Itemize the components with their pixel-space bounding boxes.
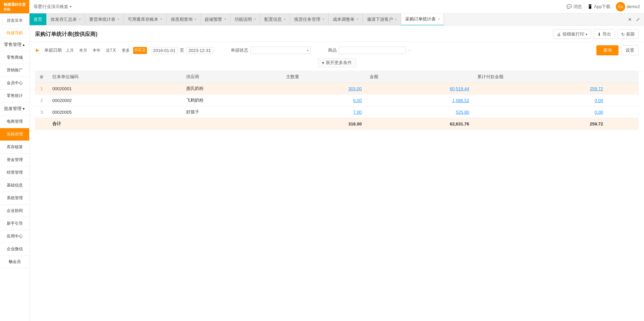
- th-amount: 金额: [366, 71, 473, 83]
- message-icon: 💬: [567, 4, 572, 9]
- row-3-paid[interactable]: 0.00: [473, 106, 607, 118]
- print-icon: 🖨: [557, 32, 561, 37]
- tab-receive-send[interactable]: 收发存汇总表 ×: [47, 13, 85, 25]
- row-1-supplier: 惠氏奶粉: [182, 83, 282, 95]
- tab-invite-customer-close[interactable]: ×: [395, 17, 397, 21]
- sidebar: 畅捷通好生意 标版 搜索菜单 快捷导航 零售管理 ▲ 零售商城 营销推广 会员中…: [0, 0, 30, 321]
- goods-more-icon[interactable]: ···: [408, 48, 411, 53]
- shortcut-7days[interactable]: 近7天: [104, 47, 118, 54]
- row-2-paid[interactable]: 0.00: [473, 95, 607, 106]
- sidebar-item-wholesale[interactable]: 批发管理 ▼: [0, 102, 29, 115]
- sidebar-item-newbie[interactable]: 新手引导: [0, 217, 29, 230]
- row-1-quantity[interactable]: 303.00: [282, 83, 366, 95]
- shortcut-this-year[interactable]: 本年: [91, 47, 103, 54]
- message-label: 消息: [573, 4, 582, 10]
- refresh-button[interactable]: ↻ 刷新: [618, 30, 639, 39]
- message-button[interactable]: 💬 消息: [567, 4, 582, 10]
- expand-more-button[interactable]: ▾ 展开更多条件: [318, 58, 356, 67]
- filter-expand-arrow[interactable]: ►: [35, 47, 40, 53]
- row-2-quantity[interactable]: 6.00: [282, 95, 366, 106]
- shortcut-this-month[interactable]: 本月: [77, 47, 89, 54]
- sidebar-item-app-center[interactable]: 应用中心: [0, 230, 29, 243]
- goods-input[interactable]: [339, 47, 406, 54]
- tab-purchase-stat[interactable]: 采购订单统计表 ×: [401, 13, 444, 25]
- tab-config-info-close[interactable]: ×: [284, 17, 286, 21]
- top-header-left: 母婴行业演示账套 ▾: [34, 4, 71, 10]
- tab-function-desc-close[interactable]: ×: [254, 17, 256, 21]
- maximize-tab-button[interactable]: ⤢: [635, 16, 641, 23]
- tab-home[interactable]: 首页: [30, 13, 47, 25]
- footer-paid: 259.72: [473, 118, 607, 130]
- tab-config-info[interactable]: 配置信息 ×: [260, 13, 290, 25]
- tab-warranty-close[interactable]: ×: [195, 17, 197, 21]
- tab-invite-customer-label: 邀请下游客户: [367, 16, 393, 22]
- top-header: 母婴行业演示账套 ▾ 💬 消息 📱 App下载 Ea demo2: [30, 0, 644, 13]
- status-select[interactable]: [250, 47, 311, 54]
- query-button[interactable]: 查询: [596, 45, 619, 55]
- close-tab-button[interactable]: ✕: [627, 16, 633, 23]
- tab-requisition[interactable]: 要货单统计表 ×: [85, 13, 124, 25]
- sidebar-item-finance[interactable]: 资金管理: [0, 154, 29, 166]
- date-range-from[interactable]: 2016-01-01: [151, 47, 178, 54]
- sidebar-item-system[interactable]: 系统管理: [0, 192, 29, 205]
- sidebar-item-membership[interactable]: 畅会员: [0, 256, 29, 268]
- settings-button[interactable]: 设置: [621, 45, 639, 55]
- workspace-selector[interactable]: 母婴行业演示账套 ▾: [34, 4, 71, 10]
- app-download-label: App下载: [594, 4, 610, 10]
- tab-available-stock[interactable]: 可用量库存账本 ×: [124, 13, 167, 25]
- settings-cog-icon[interactable]: ⚙: [40, 74, 44, 79]
- sidebar-item-marketing[interactable]: 营销推广: [0, 64, 29, 77]
- row-3-amount[interactable]: 525.80: [366, 106, 473, 118]
- tab-overstock-close[interactable]: ×: [224, 17, 226, 21]
- tab-available-stock-close[interactable]: ×: [160, 17, 162, 21]
- sidebar-item-purchase[interactable]: 采购管理: [0, 128, 29, 141]
- template-print-button[interactable]: 🖨 按模板打印 ▾: [553, 30, 591, 39]
- table-row[interactable]: 2 00020002 飞鹤奶粉 6.00 1,586.52 0.00: [35, 95, 639, 106]
- sidebar-item-retail-stat[interactable]: 零售统计: [0, 90, 29, 102]
- sidebar-item-inventory[interactable]: 库存核算: [0, 141, 29, 154]
- table-row[interactable]: 3 00020005 好孩子 7.00 525.80 0.00: [35, 106, 639, 118]
- sidebar-item-collab[interactable]: 企业协同: [0, 205, 29, 217]
- workspace-label: 母婴行业演示账套: [34, 4, 68, 10]
- tab-function-desc[interactable]: 功能说明 ×: [230, 13, 260, 25]
- shortcut-more[interactable]: 更多: [120, 47, 132, 54]
- row-3-index: 3: [35, 106, 48, 118]
- sidebar-item-wechat-biz[interactable]: 企业微信: [0, 243, 29, 256]
- quick-nav-button[interactable]: 快捷导航: [0, 28, 29, 38]
- tab-overstock[interactable]: 超储预警 ×: [201, 13, 230, 25]
- app-download-button[interactable]: 📱 App下载: [587, 4, 610, 10]
- user-avatar-area[interactable]: Ea demo2: [616, 2, 640, 11]
- export-button[interactable]: ⬇ 导出: [594, 30, 615, 39]
- username-label: demo2: [627, 4, 640, 9]
- expand-more-label: 展开更多条件: [326, 60, 352, 66]
- tab-receive-send-close[interactable]: ×: [79, 17, 81, 21]
- table-row[interactable]: 1 00020001 惠氏奶粉 303.00 60,519.44 259.72: [35, 83, 639, 95]
- tab-invite-customer[interactable]: 邀请下游客户 ×: [363, 13, 401, 25]
- tab-purchase-stat-close[interactable]: ×: [438, 17, 440, 21]
- sidebar-item-basic[interactable]: 基础信息: [0, 179, 29, 192]
- sidebar-item-retail-shop[interactable]: 零售商城: [0, 51, 29, 64]
- tab-cost-adjust[interactable]: 成本调整单 ×: [329, 13, 363, 25]
- row-3-extra: [607, 106, 639, 118]
- tab-requisition-close[interactable]: ×: [117, 17, 119, 21]
- row-2-amount[interactable]: 1,586.52: [366, 95, 473, 106]
- sidebar-item-retail[interactable]: 零售管理 ▲: [0, 38, 29, 51]
- row-3-quantity[interactable]: 7.00: [282, 106, 366, 118]
- search-menu-button[interactable]: 搜索菜单: [2, 16, 27, 25]
- row-1-code: 00020001: [48, 83, 182, 95]
- sidebar-item-ops[interactable]: 经营管理: [0, 166, 29, 179]
- date-range-to[interactable]: 2023-12-31: [186, 47, 213, 54]
- row-1-amount[interactable]: 60,519.44: [366, 83, 473, 95]
- page-title: 采购订单统计表(按供应商): [35, 31, 98, 38]
- date-range-separator: 至: [180, 47, 184, 53]
- sidebar-item-member[interactable]: 会员中心: [0, 77, 29, 90]
- status-label: 单据状态: [231, 47, 248, 53]
- tab-picking-task[interactable]: 拣货任务管理 ×: [290, 13, 329, 25]
- sidebar-item-ecommerce[interactable]: 电商管理: [0, 115, 29, 128]
- sidebar-menu: 零售管理 ▲ 零售商城 营销推广 会员中心 零售统计 批发管理 ▼ 电商管理 采…: [0, 38, 29, 321]
- tab-cost-adjust-close[interactable]: ×: [357, 17, 359, 21]
- shortcut-last-month[interactable]: 上月: [64, 47, 76, 54]
- tab-warranty[interactable]: 保质期查询 ×: [167, 13, 201, 25]
- row-1-paid[interactable]: 259.72: [473, 83, 607, 95]
- tab-picking-task-close[interactable]: ×: [322, 17, 324, 21]
